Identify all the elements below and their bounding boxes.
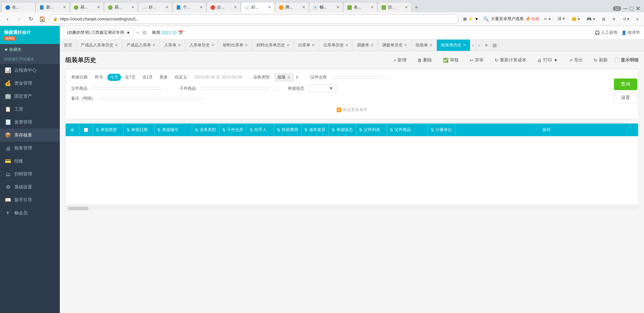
today-btn[interactable]: 今天 — [107, 74, 121, 81]
order-status-dropdown[interactable]: ▼ — [309, 85, 336, 92]
show-detail-toggle[interactable]: 显示明细 — [615, 57, 639, 63]
tab-scroll-right[interactable]: › — [476, 40, 482, 51]
minimize-button[interactable]: ─ — [623, 5, 628, 12]
lightning-icon[interactable]: ⚡ — [468, 17, 473, 22]
close-in-order[interactable]: ✕ — [178, 43, 181, 47]
last1month-btn[interactable]: 近1月 — [140, 74, 156, 81]
last7days-btn[interactable]: 近7天 — [122, 74, 138, 81]
tab-close-3[interactable]: ✕ — [97, 5, 100, 10]
tab-close-2[interactable]: ✕ — [63, 5, 66, 10]
sidebar-favorites[interactable]: ★ 收藏夹 — [0, 44, 60, 55]
sidebar-item-invoice[interactable]: 🧾 发票管理 — [0, 116, 60, 129]
undo-btn[interactable]: ↺ ▾ — [620, 16, 632, 23]
back-button[interactable]: ‹ — [3, 14, 12, 24]
maximize-button[interactable]: □ — [630, 5, 633, 12]
close-assemble[interactable]: ✕ — [429, 43, 432, 47]
close-material-out[interactable]: ✕ — [245, 43, 248, 47]
tab-close-11[interactable]: ✕ — [371, 5, 374, 10]
reload-button[interactable]: ↻ — [26, 14, 36, 24]
th-biztype[interactable]: ⇅ 业务类型 — [192, 124, 219, 136]
show-detail-checkbox[interactable] — [615, 58, 619, 62]
recalc-cost-button[interactable]: ↻ 重新计算成本 — [491, 55, 531, 65]
child-goods-more[interactable]: ... — [273, 86, 277, 91]
parent-warehouse-more[interactable]: ... — [387, 75, 391, 80]
close-material-out-history[interactable]: ✕ — [286, 43, 290, 47]
close-in-history[interactable]: ✕ — [211, 43, 214, 47]
page-tab-home[interactable]: 首页 — [60, 40, 77, 51]
home-button[interactable]: 🏠 — [38, 14, 47, 24]
dropdown-icon[interactable]: ▼ — [474, 17, 479, 22]
emoji-btn[interactable]: 😊 ▾ — [569, 16, 582, 23]
tab-close-5[interactable]: ✕ — [165, 5, 169, 10]
forward-button[interactable]: › — [14, 14, 24, 24]
sidebar-item-archive[interactable]: 🗂 归档管理 — [0, 168, 60, 181]
sidebar-item-fund[interactable]: 💰 资金管理 — [0, 77, 60, 90]
customer-service-btn[interactable]: 🎧 人工咨询 — [595, 30, 617, 35]
page-tab-transfer-history[interactable]: 调拨单历史 ✕ — [378, 40, 412, 51]
add-company-btn[interactable]: + — [136, 30, 139, 36]
page-tab-material-out-history[interactable]: 材料出库单历史 ✕ — [252, 40, 294, 51]
remark-input[interactable] — [100, 97, 202, 100]
browser-tab-11[interactable]: 🟩 各... ✕ — [343, 2, 377, 12]
page-tab-out-order[interactable]: 出库单 ✕ — [294, 40, 319, 51]
sidebar-item-guide[interactable]: 📖 新手引导 — [0, 194, 60, 207]
abandon-button[interactable]: ↩ 弃审 — [466, 55, 488, 65]
tab-close-all[interactable]: ✕ — [482, 40, 491, 51]
page-tab-assemble[interactable]: 组装单 ✕ — [412, 40, 437, 51]
calendar-icon[interactable]: 📅 — [178, 30, 183, 35]
tab-close-8[interactable]: ✕ — [268, 5, 271, 10]
th-number[interactable]: ⇅ 单据编号 — [155, 124, 192, 136]
delete-button[interactable]: 🗑 删除 — [413, 55, 436, 65]
horizontal-scrollbar[interactable] — [65, 206, 639, 210]
tab-close-7[interactable]: ✕ — [234, 5, 237, 10]
grid-btn[interactable]: ⊞ — [599, 16, 608, 23]
search-bar[interactable]: 🔍 大量安卓用户逃离 🔥 热搜 — [483, 16, 539, 22]
settings-btn[interactable]: ⚙ — [142, 30, 147, 36]
th-dismantlefee[interactable]: ⇅ 拆装费用 — [274, 124, 301, 136]
th-settings[interactable]: ⚙ — [66, 124, 79, 136]
sidebar-item-inventory[interactable]: 📦 库存核算 — [0, 129, 60, 142]
custom-date-btn[interactable]: 自定义 — [172, 74, 190, 81]
export-button[interactable]: ↗ 导出 — [565, 55, 587, 65]
translate-btn[interactable]: 译 ▾ — [555, 15, 567, 23]
browser-tab-4[interactable]: 🟢 易... ✕ — [104, 2, 138, 12]
browser-tab-7[interactable]: 🔴 企... ✕ — [206, 2, 241, 12]
audit-button[interactable]: ✅ 审核 — [439, 55, 463, 65]
close-out-order[interactable]: ✕ — [312, 43, 315, 47]
close-window-button[interactable]: ✕ — [635, 5, 641, 12]
browser-tab-12[interactable]: 🟩 目... ✕ — [377, 2, 412, 12]
tab-scroll-left[interactable]: ‹ — [470, 40, 476, 51]
cut-btn[interactable]: ✂ ▾ — [541, 16, 553, 23]
grid-icon[interactable]: ⊞ — [463, 17, 467, 22]
page-tab-out-history[interactable]: 出库单历史 ✕ — [319, 40, 353, 51]
browser-tab-6[interactable]: 📘 个... ✕ — [172, 2, 206, 12]
parent-goods-input[interactable] — [92, 87, 161, 90]
th-unit[interactable]: ⇅ 计量单位 — [428, 124, 455, 136]
th-type[interactable]: ⇅ 单据类型 — [93, 124, 124, 136]
tab-close-10[interactable]: ✕ — [336, 5, 339, 10]
page-tab-material-out[interactable]: 材料出库单 ✕ — [219, 40, 252, 51]
tab-menu-btn[interactable]: ▤ — [491, 40, 499, 51]
browser-tab-5[interactable]: ☁️ 好... ✕ — [138, 2, 172, 12]
browser-tab-8[interactable]: ☁️ 好... ✕ — [241, 2, 275, 12]
more-btn[interactable]: ≡ — [633, 16, 641, 23]
sidebar-item-basic-settings[interactable]: ⚙ 基础设置 — [0, 181, 60, 194]
sidebar-item-cloud-report[interactable]: 📊 云报表中心 — [0, 64, 60, 77]
th-parentgoods[interactable]: ⇅ 父件商品 — [387, 124, 428, 136]
browser-tab-9[interactable]: 🟠 腾... ✕ — [275, 2, 309, 12]
new-tab-button[interactable]: + — [412, 3, 421, 12]
refresh-button[interactable]: ↻ 刷新 — [590, 55, 612, 65]
select-all-checkbox[interactable] — [84, 128, 88, 132]
yesterday-btn[interactable]: 昨天 — [92, 74, 106, 81]
page-tab-in-order[interactable]: 入库单 ✕ — [160, 40, 185, 51]
close-transfer-history[interactable]: ✕ — [404, 43, 407, 47]
sidebar-item-member[interactable]: V 畅会员 — [0, 207, 60, 219]
page-tab-prod-in[interactable]: 产成品入库单 ✕ — [122, 40, 160, 51]
sidebar-item-settlement[interactable]: 💳 结账 — [0, 155, 60, 168]
print-button[interactable]: 🖨 打印 ▼ — [533, 55, 562, 65]
th-childwh[interactable]: ⇅ 子件仓库 — [219, 124, 247, 136]
close-out-history[interactable]: ✕ — [345, 43, 348, 47]
tab-close-6[interactable]: ✕ — [200, 5, 203, 10]
browser-tab-1[interactable]: 🔵 在... — [1, 2, 36, 12]
tab-close-9[interactable]: ✕ — [302, 5, 305, 10]
